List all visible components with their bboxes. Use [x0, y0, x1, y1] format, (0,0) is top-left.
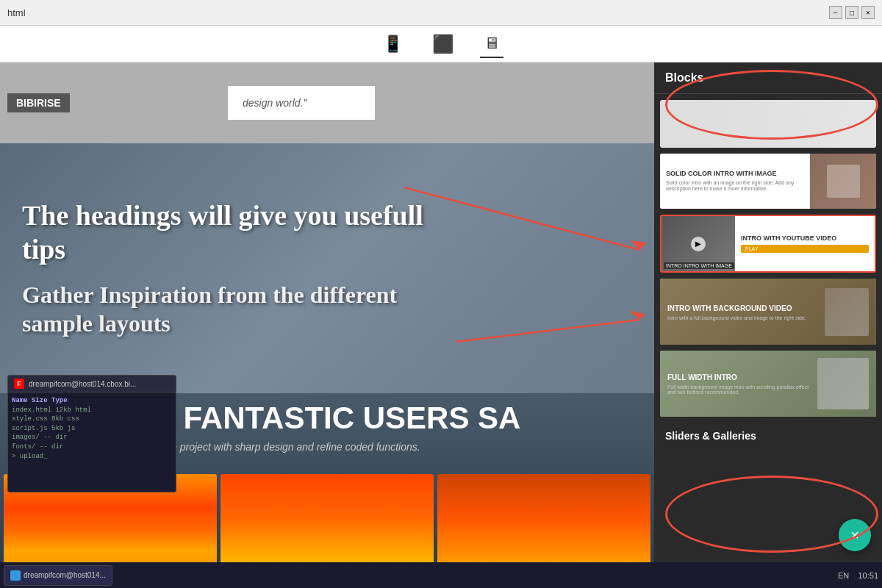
terminal-body: Name Size Type index.html 12kb html styl…	[8, 392, 176, 465]
preview-area: BIBIRISE design world." The headings wil…	[0, 62, 654, 588]
preview-quote: design world."	[228, 86, 375, 120]
terminal-row: index.html 12kb html	[12, 406, 172, 415]
taskbar-app-label: dreampifcom@host014...	[24, 571, 106, 579]
preview-heading1: The headings will give you usefull tips	[22, 199, 426, 266]
taskbar-app-icon	[10, 570, 21, 581]
block-fullwidth-text: FULL WIDTH INTRO Full width background i…	[667, 373, 817, 395]
terminal-row: script.js 5kb js	[12, 424, 172, 434]
block-youtube-label: INTRO INTRO WITH IMAGE	[664, 262, 734, 269]
panel-header: Blocks	[654, 62, 882, 94]
block-bgvideo[interactable]: INTRO WITH BACKGROUND VIDEO Intro with a…	[660, 279, 876, 345]
section-label: Sliders & Galleries	[654, 423, 882, 445]
minimize-button[interactable]: −	[829, 6, 842, 19]
block-youtube-preview-area: ▶ INTRO INTRO WITH IMAGE	[662, 216, 735, 271]
block-solid-right	[810, 154, 876, 209]
taskbar-app-btn[interactable]: dreampifcom@host014...	[4, 565, 112, 586]
taskbar-time: 10:51	[858, 571, 878, 580]
terminal-app-icon: F	[14, 379, 24, 389]
block-bgvideo-inner: INTRO WITH BACKGROUND VIDEO Intro with a…	[660, 279, 876, 345]
bibirise-logo: BIBIRISE	[7, 93, 70, 112]
block-bgvideo-desc: Intro with a full background video and i…	[667, 315, 806, 320]
terminal-row: > upload_	[12, 452, 172, 462]
block-fullwidth-image	[817, 358, 869, 409]
terminal-row: images/ -- dir	[12, 433, 172, 442]
block-solid-left: SOLID COLOR INTRO WITH IMAGE Solid color…	[660, 154, 810, 209]
window-title: html	[7, 7, 26, 18]
block-solid-image	[827, 165, 860, 198]
block-youtube-info: INTRO WITH YOUTUBE VIDEO PLAY	[735, 216, 875, 271]
block-top-inner	[660, 100, 876, 148]
close-button[interactable]: ×	[861, 6, 875, 19]
terminal-row: fonts/ -- dir	[12, 442, 172, 452]
block-bgvideo-title: INTRO WITH BACKGROUND VIDEO	[667, 304, 806, 313]
block-youtube-btn[interactable]: PLAY	[741, 245, 869, 253]
block-youtube-title: INTRO WITH YOUTUBE VIDEO	[741, 234, 869, 243]
block-solid-inner: SOLID COLOR INTRO WITH IMAGE Solid color…	[660, 154, 876, 209]
desktop-view-icon[interactable]: 🖥	[480, 30, 503, 58]
block-bgvideo-image	[825, 288, 869, 336]
title-bar: html − □ ×	[0, 0, 882, 26]
toolbar: 📱 ⬛ 🖥	[0, 26, 882, 62]
preview-heading2: Gather Inspiration from the different sa…	[22, 281, 448, 337]
block-fullwidth-desc: Full width background image intro with s…	[667, 384, 817, 395]
maximize-button[interactable]: □	[845, 6, 858, 19]
block-solid-color-intro[interactable]: SOLID COLOR INTRO WITH IMAGE Solid color…	[660, 154, 876, 209]
taskbar-language: EN	[838, 571, 849, 580]
block-fullwidth[interactable]: FULL WIDTH INTRO Full width background i…	[660, 351, 876, 417]
block-fullwidth-title: FULL WIDTH INTRO	[667, 373, 817, 382]
block-youtube-video[interactable]: ▶ INTRO INTRO WITH IMAGE INTRO WITH YOUT…	[660, 215, 876, 273]
terminal-row: Name Size Type	[12, 396, 172, 406]
window-controls: − □ ×	[829, 6, 875, 19]
preview-middle-section: The headings will give you usefull tips …	[0, 143, 654, 393]
tablet-view-icon[interactable]: ⬛	[429, 30, 458, 58]
taskbar-right: EN 10:51	[838, 571, 878, 580]
block-solid-desc: Solid color intro with an image on the r…	[666, 180, 804, 193]
terminal-overlay: F dreampifcom@host014.cbox.bi... Name Si…	[7, 375, 176, 492]
preview-content: BIBIRISE design world." The headings wil…	[0, 62, 654, 588]
taskbar: dreampifcom@host014... EN 10:51	[0, 562, 882, 588]
preview-top-section: BIBIRISE design world."	[0, 62, 654, 143]
terminal-row: style.css 8kb css	[12, 415, 172, 424]
play-icon: ▶	[691, 237, 706, 251]
terminal-title: dreampifcom@host014.cbox.bi...	[29, 380, 136, 388]
right-panel: Blocks SOLID COLOR INTRO WITH IMAGE Soli…	[654, 62, 882, 588]
block-youtube-inner: ▶ INTRO INTRO WITH IMAGE INTRO WITH YOUT…	[662, 216, 875, 271]
fab-button[interactable]: ×	[839, 519, 871, 551]
terminal-header: F dreampifcom@host014.cbox.bi...	[8, 376, 176, 392]
block-solid-title: SOLID COLOR INTRO WITH IMAGE	[666, 170, 804, 178]
mobile-view-icon[interactable]: 📱	[379, 31, 406, 57]
block-fullwidth-inner: FULL WIDTH INTRO Full width background i…	[660, 351, 876, 417]
block-item-top[interactable]	[660, 100, 876, 148]
block-bgvideo-text: INTRO WITH BACKGROUND VIDEO Intro with a…	[667, 304, 806, 320]
